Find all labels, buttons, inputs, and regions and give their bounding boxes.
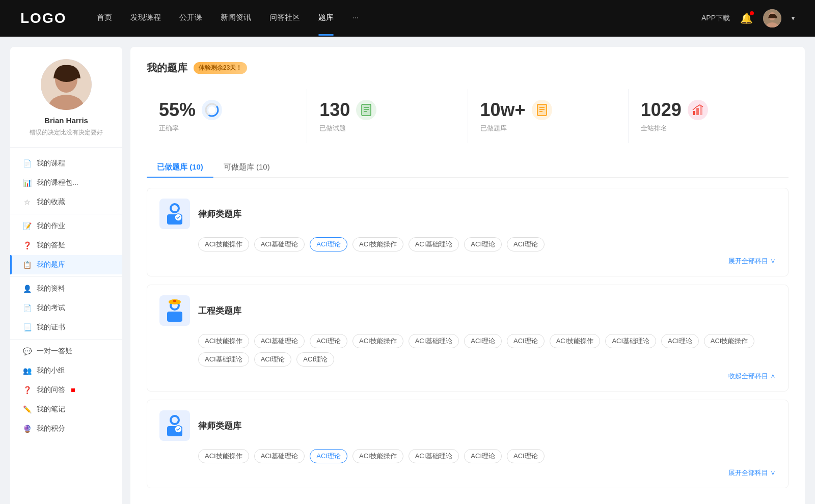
profile-motto: 错误的决定比没有决定要好	[30, 128, 103, 137]
l2-tag-3[interactable]: ACI技能操作	[352, 449, 403, 463]
sidebar-item-my-homework[interactable]: 📝 我的作业	[10, 216, 122, 236]
sidebar-item-one-on-one[interactable]: 💬 一对一答疑	[10, 342, 122, 361]
nav-open[interactable]: 公开课	[179, 13, 202, 24]
sidebar-item-course-package[interactable]: 📊 我的课程包...	[10, 173, 122, 192]
my-favorites-label: 我的收藏	[37, 198, 65, 207]
svg-rect-21	[700, 106, 702, 115]
l2-tag-0[interactable]: ACI技能操作	[198, 449, 249, 463]
eng-tag-4[interactable]: ACI基础理论	[409, 334, 459, 348]
eng-tag-0[interactable]: ACI技能操作	[198, 334, 249, 348]
nav-discover[interactable]: 发现课程	[130, 13, 161, 24]
sidebar-item-my-exam[interactable]: 📄 我的考试	[10, 298, 122, 318]
rank-value: 1029	[641, 99, 682, 121]
tag-0[interactable]: ACI技能操作	[198, 237, 249, 251]
bell-notification-dot	[750, 11, 754, 15]
l2-tag-6[interactable]: ACI理论	[507, 449, 545, 463]
qbank-tabs: 已做题库 (10) 可做题库 (10)	[147, 157, 789, 178]
sidebar-item-my-favorites[interactable]: ☆ 我的收藏	[10, 192, 122, 212]
tab-done[interactable]: 已做题库 (10)	[147, 157, 213, 177]
l2-tag-2[interactable]: ACI理论	[310, 449, 347, 463]
sidebar-divider-1	[10, 214, 122, 214]
my-notes-label: 我的笔记	[37, 405, 65, 414]
my-courses-icon: 📄	[22, 159, 32, 168]
eng-tag-1[interactable]: ACI基础理论	[254, 334, 305, 348]
expand-engineer-1[interactable]: 收起全部科目 ∧	[159, 372, 776, 381]
nav-more[interactable]: ···	[352, 13, 359, 24]
stat-rank-top: 1029	[641, 99, 776, 121]
qbank-header-lawyer-1: 律师类题库	[159, 199, 776, 229]
sidebar-item-my-group[interactable]: 👥 我的小组	[10, 361, 122, 380]
l2-tag-4[interactable]: ACI基础理论	[409, 449, 459, 463]
expand-lawyer-1[interactable]: 展开全部科目 ∨	[159, 257, 776, 266]
l2-tag-5[interactable]: ACI理论	[464, 449, 502, 463]
my-questions-label: 我的答疑	[37, 241, 65, 250]
nav-right: APP下载 🔔 ▾	[701, 9, 795, 27]
course-package-label: 我的课程包...	[37, 178, 78, 187]
tag-5[interactable]: ACI理论	[464, 237, 502, 251]
my-cert-icon: 📃	[22, 323, 32, 332]
sidebar-item-my-cert[interactable]: 📃 我的证书	[10, 318, 122, 337]
tag-3[interactable]: ACI技能操作	[352, 237, 403, 251]
l2-tag-1[interactable]: ACI基础理论	[254, 449, 305, 463]
sidebar-item-my-qbank[interactable]: 📋 我的题库	[10, 255, 122, 274]
qbank-section-lawyer-1: 律师类题库 ACI技能操作 ACI基础理论 ACI理论 ACI技能操作 ACI基…	[147, 188, 789, 276]
rank-label: 全站排名	[641, 124, 776, 133]
tag-4[interactable]: ACI基础理论	[409, 237, 459, 251]
eng-tag-5[interactable]: ACI理论	[464, 334, 502, 348]
eng-tag-2[interactable]: ACI理论	[310, 334, 347, 348]
nav-qa[interactable]: 问答社区	[269, 13, 300, 24]
my-notes-icon: ✏️	[22, 405, 32, 414]
svg-rect-20	[696, 108, 699, 115]
sidebar-item-my-questions[interactable]: ❓ 我的答疑	[10, 236, 122, 255]
eng-tag-7[interactable]: ACI技能操作	[550, 334, 601, 348]
my-qbank-icon: 📋	[22, 260, 32, 269]
sidebar-item-my-answers[interactable]: ❓ 我的问答	[10, 380, 122, 400]
user-dropdown-arrow[interactable]: ▾	[792, 15, 795, 22]
bell-button[interactable]: 🔔	[740, 12, 753, 24]
eng-tag-3[interactable]: ACI技能操作	[352, 334, 403, 348]
nav-links: 首页 发现课程 公开课 新闻资讯 问答社区 题库 ···	[97, 13, 701, 24]
eng-tag-10[interactable]: ACI技能操作	[704, 334, 755, 348]
accuracy-label: 正确率	[159, 124, 294, 133]
sidebar-item-my-points[interactable]: 🔮 我的积分	[10, 419, 122, 438]
my-favorites-icon: ☆	[22, 198, 32, 207]
tab-todo[interactable]: 可做题库 (10)	[213, 157, 280, 177]
my-exam-label: 我的考试	[37, 303, 65, 313]
accuracy-icon	[202, 100, 222, 120]
eng-tag-6[interactable]: ACI理论	[507, 334, 545, 348]
main-content: 我的题库 体验剩余23天！ 55% 正确率	[130, 47, 805, 504]
nav-home[interactable]: 首页	[97, 13, 112, 24]
svg-rect-31	[173, 300, 176, 302]
svg-rect-30	[170, 302, 180, 304]
eng-tag-13[interactable]: ACI理论	[296, 352, 334, 367]
done-questions-value: 130	[319, 99, 350, 121]
my-group-icon: 👥	[22, 366, 32, 375]
engineer-avatar-icon	[162, 298, 187, 323]
expand-lawyer-2[interactable]: 展开全部科目 ∨	[159, 468, 776, 478]
doc-orange-icon	[535, 103, 549, 117]
qbank-title-lawyer-2: 律师类题库	[198, 420, 241, 432]
eng-tag-9[interactable]: ACI理论	[661, 334, 699, 348]
eng-tag-8[interactable]: ACI基础理论	[605, 334, 656, 348]
eng-tag-11[interactable]: ACI基础理论	[198, 352, 249, 367]
profile-name: Brian Harris	[44, 116, 88, 125]
nav-qbank[interactable]: 题库	[318, 13, 334, 24]
done-questions-label: 已做试题	[319, 124, 455, 133]
qbank-avatar-lawyer-2	[159, 410, 190, 441]
page-title: 我的题库	[147, 61, 187, 75]
app-download[interactable]: APP下载	[701, 14, 730, 23]
tag-2[interactable]: ACI理论	[310, 237, 347, 251]
sidebar-item-my-notes[interactable]: ✏️ 我的笔记	[10, 400, 122, 419]
tag-6[interactable]: ACI理论	[507, 237, 545, 251]
my-answers-icon: ❓	[22, 385, 32, 395]
sidebar-item-my-courses[interactable]: 📄 我的课程	[10, 154, 122, 173]
user-avatar[interactable]	[763, 9, 781, 27]
tag-1[interactable]: ACI基础理论	[254, 237, 305, 251]
qbank-title-engineer-1: 工程类题库	[198, 305, 241, 317]
my-points-icon: 🔮	[22, 424, 32, 433]
my-homework-icon: 📝	[22, 221, 32, 231]
nav-news[interactable]: 新闻资讯	[221, 13, 251, 24]
eng-tag-12[interactable]: ACI理论	[254, 352, 292, 367]
my-info-icon: 👤	[22, 284, 32, 293]
sidebar-item-my-info[interactable]: 👤 我的资料	[10, 279, 122, 298]
